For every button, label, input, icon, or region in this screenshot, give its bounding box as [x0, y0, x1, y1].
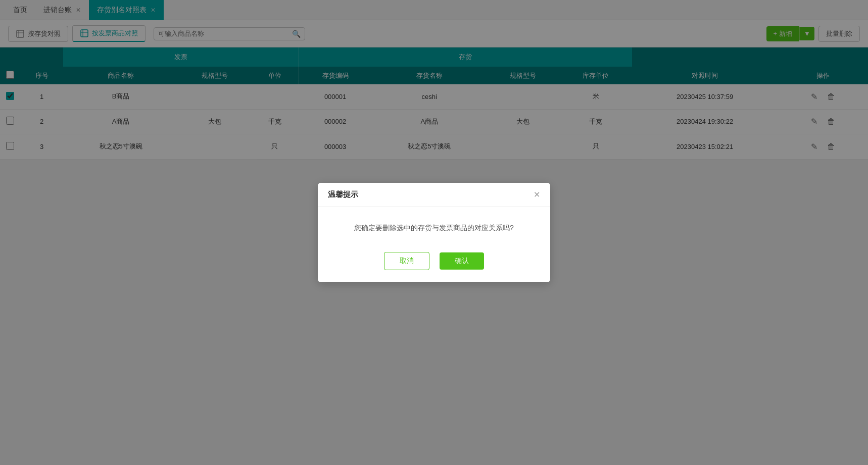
modal-overlay: 温馨提示 ✕ 您确定要删除选中的存货与发票商品的对应关系吗? 取消 确认	[0, 0, 868, 160]
